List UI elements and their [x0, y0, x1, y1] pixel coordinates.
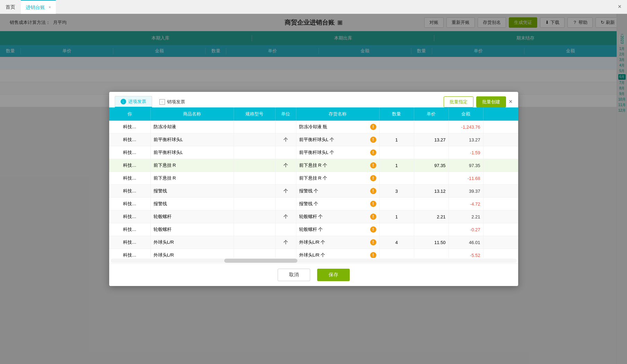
cell-amount: -1.59: [449, 146, 484, 159]
inbound-tab-label: 进项发票: [128, 98, 146, 105]
table-row[interactable]: 科技… 前下悬挂 R 前下悬挂 R 个 ! -11.68: [109, 172, 518, 185]
cell-amount: 13.27: [449, 133, 484, 146]
window-close-button[interactable]: ×: [612, 3, 627, 10]
cell-amount: 2.21: [449, 210, 484, 223]
cell-company: 科技…: [109, 146, 151, 159]
cell-unit-price: [414, 121, 449, 133]
cell-product-name: 外球头L/R: [151, 249, 234, 258]
cell-unit-price: [414, 172, 449, 184]
cell-unit: 个: [276, 236, 296, 249]
tab-outbound-invoice[interactable]: ↑ 销项发票: [154, 96, 191, 107]
cell-spec: [234, 249, 276, 258]
cell-inventory-name: 防冻冷却液 瓶 !: [296, 121, 380, 133]
table-row[interactable]: 科技… 报警线 个 报警线 个 ! 3 13.12 39.37: [109, 185, 518, 198]
cell-product-name: 前下悬挂 R: [151, 172, 234, 184]
cell-quantity: 1: [380, 133, 414, 146]
th-product-name: 商品名称: [151, 107, 234, 121]
cell-inventory-name: 前下悬挂 R 个 !: [296, 159, 380, 172]
cell-company: 科技…: [109, 249, 151, 258]
warning-icon: !: [370, 226, 376, 233]
cell-product-name: 防冻冷却液: [151, 121, 234, 133]
cell-company: 科技…: [109, 121, 151, 133]
modal-tabs: ↓ 进项发票 ↑ 销项发票: [115, 96, 191, 107]
cell-unit-price: 97.35: [414, 159, 449, 172]
modal-close-button[interactable]: ×: [509, 98, 513, 105]
cell-unit: [276, 172, 296, 184]
table-row[interactable]: 科技… 前平衡杆球头L 个 前平衡杆球头L 个 ! 1 13.27 13.27: [109, 133, 518, 146]
cell-product-name: 轮毂螺杆: [151, 210, 234, 223]
cell-quantity: [380, 146, 414, 159]
cell-company: 科技…: [109, 236, 151, 249]
warning-icon: !: [370, 252, 376, 258]
cell-inventory-name: 前平衡杆球头L 个 !: [296, 133, 380, 146]
cell-inventory-name: 轮毂螺杆 个 !: [296, 223, 380, 236]
tab-close-icon[interactable]: ×: [49, 0, 51, 14]
cell-unit-price: [414, 249, 449, 258]
table-row[interactable]: 科技… 防冻冷却液 防冻冷却液 瓶 ! -1,243.76: [109, 121, 518, 133]
cell-spec: [234, 198, 276, 210]
warning-icon: !: [370, 214, 376, 220]
th-amount: 金额: [449, 107, 484, 121]
warning-icon: !: [370, 137, 376, 143]
cell-company: 科技…: [109, 159, 151, 172]
cell-amount: -11.68: [449, 172, 484, 184]
table-row[interactable]: 科技… 轮毂螺杆 轮毂螺杆 个 ! -0.27: [109, 223, 518, 236]
warning-icon: !: [370, 162, 376, 168]
cell-company: 科技…: [109, 198, 151, 210]
cell-inventory-name: 外球头L/R 个 !: [296, 249, 380, 258]
cell-unit: [276, 249, 296, 258]
warning-icon: !: [370, 239, 376, 245]
scrollbar-thumb[interactable]: [224, 259, 297, 263]
table-row[interactable]: 科技… 报警线 报警线 个 ! -4.72: [109, 198, 518, 210]
cell-inventory-name: 前平衡杆球头L 个 !: [296, 146, 380, 159]
th-company: 你: [109, 107, 151, 121]
table-row[interactable]: 科技… 外球头L/R 外球头L/R 个 ! -5.52: [109, 249, 518, 258]
batch-designate-button[interactable]: 批量指定: [444, 96, 473, 107]
home-tab[interactable]: 首页: [0, 0, 21, 14]
cell-inventory-name: 轮毂螺杆 个 !: [296, 210, 380, 223]
modal-table-body: 科技… 防冻冷却液 防冻冷却液 瓶 ! -1,243.76 科技… 前平衡杆球头…: [109, 121, 518, 258]
horizontal-scrollbar[interactable]: [111, 259, 517, 263]
cancel-button[interactable]: 取消: [278, 269, 310, 281]
modal-overlay: ↓ 进项发票 ↑ 销项发票 批量指定 批量创建 × 你: [0, 14, 627, 364]
cell-company: 科技…: [109, 133, 151, 146]
cell-unit: 个: [276, 210, 296, 223]
table-row[interactable]: 科技… 外球头L/R 个 外球头L/R 个 ! 4 11.50 46.01: [109, 236, 518, 249]
cell-inventory-name: 外球头L/R 个 !: [296, 236, 380, 249]
tab-inbound-invoice[interactable]: ↓ 进项发票: [115, 96, 152, 107]
cell-quantity: [380, 121, 414, 133]
cell-amount: 46.01: [449, 236, 484, 249]
table-row[interactable]: 科技… 轮毂螺杆 个 轮毂螺杆 个 ! 1 2.21 2.21: [109, 210, 518, 223]
table-row[interactable]: 科技… 前下悬挂 R 个 前下悬挂 R 个 ! 1 97.35 97.35: [109, 159, 518, 172]
warning-icon: !: [370, 175, 376, 181]
cell-spec: [234, 185, 276, 197]
cell-spec: [234, 223, 276, 236]
warning-icon: !: [370, 201, 376, 207]
cell-company: 科技…: [109, 223, 151, 236]
cell-product-name: 报警线: [151, 198, 234, 210]
save-button[interactable]: 保存: [317, 269, 350, 281]
batch-create-button[interactable]: 批量创建: [476, 96, 506, 107]
modal-footer: 取消 保存: [109, 263, 518, 286]
cell-unit: 个: [276, 133, 296, 146]
cell-product-name: 外球头L/R: [151, 236, 234, 249]
cell-unit-price: [414, 223, 449, 236]
cell-amount: -4.72: [449, 198, 484, 210]
modal-dialog: ↓ 进项发票 ↑ 销项发票 批量指定 批量创建 × 你: [109, 92, 518, 286]
cell-product-name: 前平衡杆球头L: [151, 146, 234, 159]
cell-quantity: 3: [380, 185, 414, 197]
cell-spec: [234, 133, 276, 146]
cell-product-name: 前平衡杆球头L: [151, 133, 234, 146]
cell-company: 科技…: [109, 172, 151, 184]
cell-unit-price: 13.12: [414, 185, 449, 197]
cell-quantity: 1: [380, 210, 414, 223]
th-quantity: 数量: [380, 107, 414, 121]
active-tab[interactable]: 进销台账 ×: [21, 0, 56, 14]
cell-inventory-name: 前下悬挂 R 个 !: [296, 172, 380, 184]
cell-quantity: 4: [380, 236, 414, 249]
cell-spec: [234, 172, 276, 184]
cell-inventory-name: 报警线 个 !: [296, 198, 380, 210]
table-row[interactable]: 科技… 前平衡杆球头L 前平衡杆球头L 个 ! -1.59: [109, 146, 518, 159]
cell-spec: [234, 121, 276, 133]
cell-spec: [234, 210, 276, 223]
